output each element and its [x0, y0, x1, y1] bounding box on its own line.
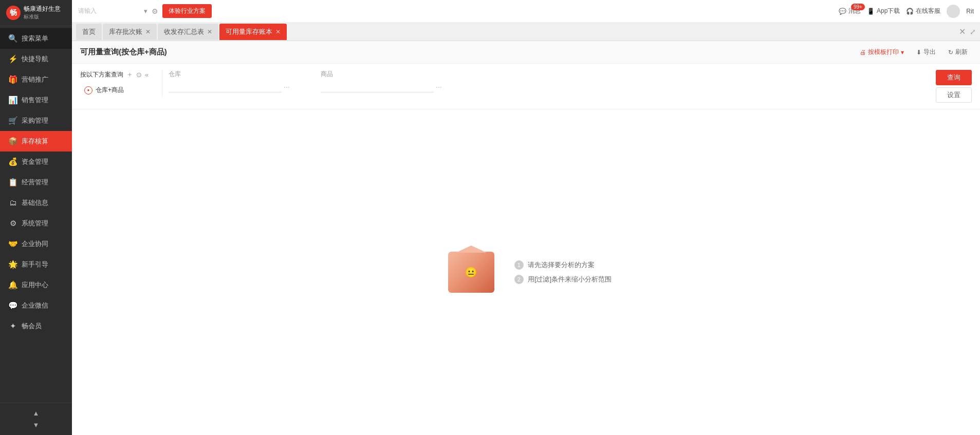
empty-box: 😐 — [448, 252, 494, 293]
filter-fields: 仓库 ··· 商品 ··· — [169, 70, 936, 92]
enterprise-wechat-icon: 💬 — [8, 301, 17, 310]
sidebar-scroll-up[interactable]: ▲ — [0, 407, 72, 419]
warehouse-filter-field: 仓库 ··· — [169, 70, 312, 92]
product-input[interactable] — [321, 81, 434, 92]
tab-batch-account[interactable]: 库存批次账 ✕ — [103, 24, 157, 40]
tab-available-qty[interactable]: 可用量库存账本 ✕ — [219, 24, 287, 40]
empty-illustration: 😐 — [440, 241, 502, 303]
filter-scheme: 按以下方案查询 ＋ ⊙ « ● 仓库+商品 — [80, 70, 162, 97]
app-center-icon: 🔔 — [8, 280, 17, 290]
sidebar-logo: 畅 — [6, 6, 21, 20]
sidebar-item-quick-nav[interactable]: ⚡ 快捷导航 — [0, 49, 72, 69]
user-avatar — [947, 5, 960, 18]
scheme-item-warehouse-product[interactable]: ● 仓库+商品 — [80, 83, 156, 97]
sidebar-item-marketing[interactable]: 🎁 营销推广 — [0, 69, 72, 90]
topbar-messages[interactable]: 💬 消息 99+ — [839, 7, 861, 15]
sidebar-item-purchase[interactable]: 🛒 采购管理 — [0, 110, 72, 131]
empty-face-icon: 😐 — [465, 266, 477, 278]
hint-text-1: 请先选择要分析的方案 — [528, 260, 595, 270]
sidebar-scroll-down[interactable]: ▼ — [0, 419, 72, 431]
sidebar-item-search[interactable]: 🔍 搜索菜单 — [0, 28, 72, 49]
filter-action-buttons: 查询 设置 — [936, 70, 972, 103]
sidebar-item-label-inventory: 库存核算 — [22, 137, 48, 146]
sidebar-item-app-center[interactable]: 🔔 应用中心 — [0, 275, 72, 295]
settings-button[interactable]: 设置 — [936, 87, 972, 103]
app-icon: 📱 — [867, 8, 875, 15]
tab-recv-summary-label: 收发存汇总表 — [164, 27, 204, 36]
filter-scheme-label: 按以下方案查询 — [80, 70, 123, 79]
operations-icon: 📋 — [8, 178, 17, 187]
main-area: 请输入 ▾ ⚙ 体验行业方案 💬 消息 99+ 📱 App下载 🎧 在线客服 R… — [72, 0, 980, 435]
filter-scheme-header: 按以下方案查询 ＋ ⊙ « — [80, 70, 156, 79]
finance-icon: 💰 — [8, 157, 17, 166]
refresh-btn[interactable]: ↻ 刷新 — [944, 46, 972, 58]
tab-batch-account-label: 库存批次账 — [109, 27, 142, 36]
message-icon: 💬 — [839, 8, 846, 15]
print-btn[interactable]: 🖨 按模板打印 ▾ — [856, 46, 908, 58]
sidebar-item-basic-info[interactable]: 🗂 基础信息 — [0, 193, 72, 213]
warehouse-more-icon[interactable]: ··· — [284, 83, 290, 91]
product-label: 商品 — [321, 70, 465, 79]
sidebar-item-enterprise-wechat[interactable]: 💬 企业微信 — [0, 295, 72, 316]
export-label: 导出 — [923, 48, 936, 56]
empty-hint-2: 2 用[过滤]条件来缩小分析范围 — [514, 275, 612, 284]
tabs-expand[interactable]: ⤢ — [970, 28, 976, 36]
topbar-app-download[interactable]: 📱 App下载 — [867, 7, 900, 15]
add-scheme-icon[interactable]: ＋ — [126, 70, 133, 79]
page-title: 可用量查询(按仓库+商品) — [80, 47, 167, 57]
purchase-icon: 🛒 — [8, 116, 17, 125]
page-actions: 🖨 按模板打印 ▾ ⬇ 导出 ↻ 刷新 — [856, 46, 972, 58]
export-icon: ⬇ — [916, 49, 921, 56]
warehouse-input[interactable] — [169, 81, 282, 92]
sidebar-item-guide[interactable]: 🌟 新手引导 — [0, 254, 72, 275]
scheme-item-label: 仓库+商品 — [96, 86, 124, 94]
topbar-online-service[interactable]: 🎧 在线客服 — [906, 7, 940, 15]
topbar-dropdown-icon[interactable]: ▾ — [144, 7, 147, 15]
brand-version: 标准版 — [24, 13, 61, 21]
sidebar-item-member[interactable]: ✦ 畅会员 — [0, 316, 72, 336]
hint-text-2: 用[过滤]条件来缩小分析范围 — [528, 275, 612, 284]
member-icon: ✦ — [8, 321, 17, 331]
industry-btn[interactable]: 体验行业方案 — [162, 4, 212, 18]
sidebar-item-label-sales: 销售管理 — [22, 96, 48, 105]
content-area: 可用量查询(按仓库+商品) 🖨 按模板打印 ▾ ⬇ 导出 ↻ 刷新 — [72, 41, 980, 435]
page-header: 可用量查询(按仓库+商品) 🖨 按模板打印 ▾ ⬇ 导出 ↻ 刷新 — [72, 41, 980, 64]
warehouse-input-row: ··· — [169, 81, 312, 92]
export-btn[interactable]: ⬇ 导出 — [912, 46, 940, 58]
tabs-close-all[interactable]: ✕ — [957, 27, 968, 36]
topbar: 请输入 ▾ ⚙ 体验行业方案 💬 消息 99+ 📱 App下载 🎧 在线客服 R… — [72, 0, 980, 23]
topbar-gear-icon[interactable]: ⚙ — [152, 7, 158, 15]
sidebar-item-operations[interactable]: 📋 经营管理 — [0, 172, 72, 193]
sidebar-item-label-cooperation: 企业协同 — [22, 239, 48, 249]
product-more-icon[interactable]: ··· — [436, 83, 442, 91]
app-label: App下载 — [877, 7, 900, 15]
tab-batch-account-close[interactable]: ✕ — [145, 28, 151, 35]
print-label: 按模板打印 — [868, 48, 899, 56]
settings-scheme-icon[interactable]: ⊙ — [136, 71, 142, 79]
sidebar-item-label-search: 搜索菜单 — [22, 34, 48, 43]
collapse-icon[interactable]: « — [145, 71, 149, 79]
basic-info-icon: 🗂 — [8, 198, 17, 207]
sidebar-item-inventory[interactable]: 📦 库存核算 — [0, 131, 72, 152]
query-button[interactable]: 查询 — [936, 70, 972, 85]
scheme-circle-icon: ● — [84, 86, 93, 94]
sidebar-item-label-purchase: 采购管理 — [22, 116, 48, 125]
tab-recv-summary-close[interactable]: ✕ — [207, 28, 212, 35]
sidebar-item-sales[interactable]: 📊 销售管理 — [0, 90, 72, 110]
tab-home[interactable]: 首页 — [76, 24, 102, 40]
tab-available-qty-close[interactable]: ✕ — [275, 28, 281, 35]
sidebar-item-label-app-center: 应用中心 — [22, 280, 48, 290]
sidebar-brand: 畅康通好生意 标准版 — [24, 5, 61, 21]
sidebar-item-finance[interactable]: 💰 资金管理 — [0, 152, 72, 172]
filter-area: 按以下方案查询 ＋ ⊙ « ● 仓库+商品 仓库 ··· — [72, 64, 980, 109]
sidebar-item-label-system: 系统管理 — [22, 219, 48, 228]
hint-num-2: 2 — [514, 275, 524, 284]
quick-nav-icon: ⚡ — [8, 54, 17, 64]
sidebar-header: 畅 畅康通好生意 标准版 — [0, 0, 72, 26]
tab-recv-summary[interactable]: 收发存汇总表 ✕ — [158, 24, 218, 40]
sidebar-item-cooperation[interactable]: 🤝 企业协同 — [0, 234, 72, 254]
sidebar-item-system[interactable]: ⚙ 系统管理 — [0, 213, 72, 234]
sidebar-item-label-enterprise-wechat: 企业微信 — [22, 301, 48, 310]
sidebar-bottom: ▲ ▼ — [0, 403, 72, 435]
brand-name: 畅康通好生意 — [24, 5, 61, 13]
